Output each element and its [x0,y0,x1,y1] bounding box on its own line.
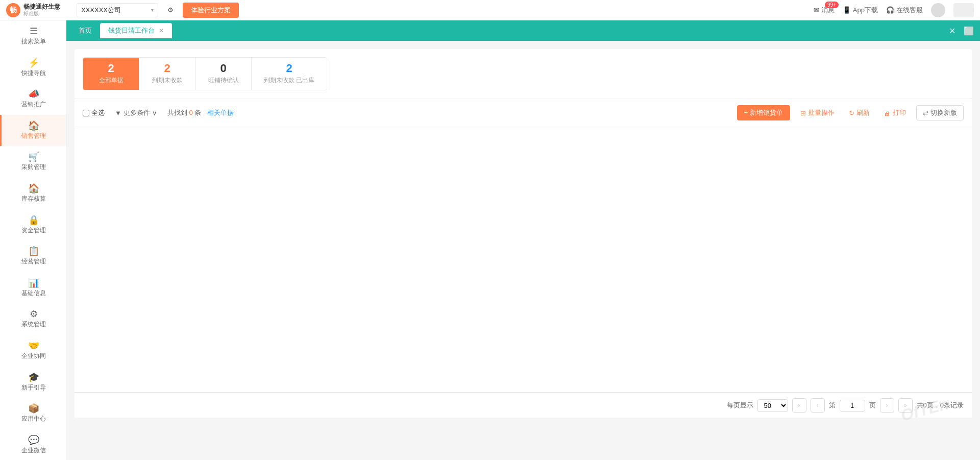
sidebar-item-wecom[interactable]: 💬 企业微信 [0,429,66,460]
logo-area: 畅 畅捷通好生意 标准版 [6,3,72,17]
sidebar-item-sales[interactable]: 🏠 销售管理 [0,115,66,147]
stat-outstock-label: 到期未收款 已出库 [264,76,314,85]
tab-home[interactable]: 首页 [70,23,100,38]
sidebar-item-search[interactable]: ☰ 搜索菜单 [0,20,66,52]
sidebar-item-app-center[interactable]: 📦 应用中心 [0,398,66,429]
tab-close-icon[interactable]: ✕ [159,27,164,34]
last-page-button[interactable]: » [898,398,913,413]
sidebar-guide-label: 新手引导 [21,384,46,392]
finance-icon: 🔒 [28,215,39,225]
sidebar-operation-label: 经营管理 [21,258,46,266]
logo-text: 畅捷通好生意 标准版 [23,3,60,16]
operation-icon: 📋 [28,247,39,256]
select-all-label: 全选 [91,108,105,117]
stat-tab-overdue[interactable]: 2 到期未收款 [139,58,195,90]
tab-bar-actions: ✕ ⬜ [947,24,976,38]
stat-tabs: 2 全部单据 2 到期未收款 0 旺铺待确认 2 到期未收款 已出库 [83,57,327,90]
first-page-button[interactable]: « [792,398,806,413]
print-label: 打印 [893,108,906,117]
online-support-button[interactable]: 🎧 在线客服 [886,6,923,15]
new-sales-order-button[interactable]: + 新增销货单 [737,105,790,120]
sidebar-item-inventory[interactable]: 🏠 库存核算 [0,178,66,209]
app-center-icon: 📦 [28,404,39,413]
sidebar-item-basic-info[interactable]: 📊 基础信息 [0,272,66,304]
sidebar-item-operation[interactable]: 📋 经营管理 [0,240,66,272]
settings-button[interactable]: ⚙ [162,2,179,18]
company-name: XXXXXX公司 [81,6,149,15]
print-button[interactable]: 🖨 打印 [880,106,910,119]
inventory-icon: 🏠 [28,184,39,193]
quick-nav-icon: ⚡ [28,58,39,67]
close-tab-button[interactable]: ✕ [947,24,958,38]
tab-bar: 首页 钱货日清工作台 ✕ ✕ ⬜ [66,20,980,41]
guide-icon: 🎓 [28,373,39,382]
message-icon: ✉ [814,6,819,14]
tab-daily-work[interactable]: 钱货日清工作台 ✕ [100,23,172,38]
sidebar-item-cooperation[interactable]: 🤝 企业协同 [0,335,66,367]
sales-icon: 🏠 [28,121,39,130]
sidebar-system-label: 系统管理 [21,321,46,329]
sidebar-inventory-label: 库存核算 [21,195,46,203]
stat-all-label: 全部单据 [99,76,124,85]
found-text: 共找到 0 条 [167,108,201,117]
select-all-wrap[interactable]: 全选 [83,108,105,117]
sidebar-item-quick-nav[interactable]: ⚡ 快捷导航 [0,52,66,84]
select-all-checkbox[interactable] [83,110,89,116]
stat-tab-pending[interactable]: 0 旺铺待确认 [195,58,252,90]
next-page-button[interactable]: › [880,398,894,413]
stat-pending-label: 旺铺待确认 [208,76,239,85]
company-selector[interactable]: XXXXXX公司 ▾ [77,3,158,17]
sidebar-item-purchase[interactable]: 🛒 采购管理 [0,146,66,178]
card-tabs-section: 2 全部单据 2 到期未收款 0 旺铺待确认 2 到期未收款 已出库 [75,49,972,99]
switch-label: 切换新版 [930,108,957,117]
page-suffix: 页 [869,401,876,410]
app-download-button[interactable]: 📱 App下载 [843,6,878,15]
refresh-icon: ↻ [849,109,854,117]
sidebar-sales-label: 销售管理 [21,132,46,140]
message-button[interactable]: ✉ 消息 99+ [814,6,835,15]
trial-button[interactable]: 体验行业方案 [183,3,239,18]
sidebar-quick-nav-label: 快捷导航 [21,69,46,78]
online-support-label: 在线客服 [896,6,923,15]
batch-label: 批量操作 [808,108,835,117]
sidebar-item-marketing[interactable]: 📣 营销推广 [0,83,66,115]
support-icon: 🎧 [886,6,894,14]
user-name[interactable] [953,3,974,17]
wecom-icon: 💬 [28,435,39,445]
stat-outstock-count: 2 [286,63,292,74]
sidebar-item-guide[interactable]: 🎓 新手引导 [0,367,66,398]
chevron-filter-icon: ∨ [152,109,157,117]
stat-pending-count: 0 [220,63,226,74]
avatar[interactable] [931,3,945,17]
sidebar-basic-info-label: 基础信息 [21,289,46,298]
related-records-link[interactable]: 相关单据 [207,108,234,117]
switch-version-button[interactable]: ⇄ 切换新版 [916,105,964,120]
sidebar-item-system[interactable]: ⚙ 系统管理 [0,303,66,335]
main-content: 2 全部单据 2 到期未收款 0 旺铺待确认 2 到期未收款 已出库 全选 ▼ [66,41,980,460]
filter-icon: ▼ [115,109,121,117]
batch-icon: ⊞ [800,109,806,117]
app-download-label: App下载 [853,6,878,15]
stat-tab-all[interactable]: 2 全部单据 [83,58,139,90]
refresh-button[interactable]: ↻ 刷新 [845,106,874,119]
tab-daily-work-label: 钱货日清工作台 [108,26,155,35]
stat-all-count: 2 [108,63,114,74]
pagination-bar: 每页显示 50 20 100 « ‹ 第 页 › » 共0页，0条记录 [75,393,972,418]
sidebar-app-center-label: 应用中心 [21,415,46,423]
refresh-label: 刷新 [856,108,870,117]
sidebar-item-finance[interactable]: 🔒 资金管理 [0,209,66,241]
toolbar: 全选 ▼ 更多条件 ∨ 共找到 0 条 相关单据 + 新增销货单 ⊞ 批量操作 … [75,99,972,127]
sidebar-marketing-label: 营销推广 [21,101,46,109]
stat-tab-outstock[interactable]: 2 到期未收款 已出库 [252,58,327,90]
per-page-select[interactable]: 50 20 100 [757,399,788,412]
top-bar-right: ✉ 消息 99+ 📱 App下载 🎧 在线客服 [814,3,974,17]
more-filter-button[interactable]: ▼ 更多条件 ∨ [111,106,161,119]
stat-overdue-count: 2 [164,63,170,74]
restore-window-button[interactable]: ⬜ [962,24,976,38]
page-prefix: 第 [829,401,836,410]
batch-operation-button[interactable]: ⊞ 批量操作 [796,106,839,119]
prev-page-button[interactable]: ‹ [811,398,825,413]
tab-home-label: 首页 [79,26,92,35]
page-input[interactable] [840,400,865,411]
more-filter-label: 更多条件 [124,108,150,117]
